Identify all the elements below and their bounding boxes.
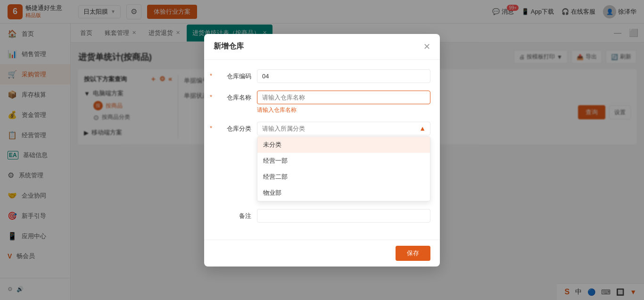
dialog-close-button[interactable]: ✕ xyxy=(423,42,430,52)
notes-label: 备注 xyxy=(214,209,251,220)
form-row-code: 仓库编码 xyxy=(214,69,430,83)
form-row-category: 仓库分类 ▲ 未分类 经营一部 经营二部 物业部 xyxy=(214,122,430,201)
dropdown-item-uncategorized[interactable]: 未分类 xyxy=(257,137,430,153)
dropdown-item-dept2[interactable]: 经营二部 xyxy=(257,169,430,185)
dialog-header: 新增仓库 ✕ xyxy=(204,34,440,60)
save-button[interactable]: 保存 xyxy=(396,246,430,261)
notes-input[interactable] xyxy=(257,209,430,223)
warehouse-code-input[interactable] xyxy=(257,69,430,83)
notes-control xyxy=(257,209,430,223)
warehouse-category-control: ▲ 未分类 经营一部 经营二部 物业部 xyxy=(257,122,430,201)
warehouse-code-label: 仓库编码 xyxy=(214,69,251,81)
dialog-overlay[interactable]: 新增仓库 ✕ 仓库编码 仓库名称 请输入仓库名称 仓库分类 xyxy=(0,0,644,300)
category-dropdown-arrow[interactable]: ▲ xyxy=(419,125,426,132)
dropdown-item-dept1[interactable]: 经营一部 xyxy=(257,153,430,169)
warehouse-name-input[interactable] xyxy=(257,91,430,104)
dialog-footer: 保存 xyxy=(204,240,440,267)
warehouse-name-label: 仓库名称 xyxy=(214,91,251,102)
category-dropdown-list: 未分类 经营一部 经营二部 物业部 xyxy=(257,136,430,201)
dialog-title: 新增仓库 xyxy=(214,42,244,51)
form-row-name: 仓库名称 请输入仓库名称 xyxy=(214,91,430,114)
warehouse-category-label: 仓库分类 xyxy=(214,122,251,133)
warehouse-code-control xyxy=(257,69,430,83)
warehouse-category-input[interactable] xyxy=(257,122,430,135)
form-row-notes: 备注 xyxy=(214,209,430,223)
new-warehouse-dialog: 新增仓库 ✕ 仓库编码 仓库名称 请输入仓库名称 仓库分类 xyxy=(204,34,440,267)
warehouse-name-error: 请输入仓库名称 xyxy=(257,106,430,114)
warehouse-category-wrapper: ▲ xyxy=(257,122,430,135)
dropdown-item-property[interactable]: 物业部 xyxy=(257,185,430,201)
warehouse-name-control: 请输入仓库名称 xyxy=(257,91,430,114)
dialog-body: 仓库编码 仓库名称 请输入仓库名称 仓库分类 ▲ xyxy=(204,60,440,240)
